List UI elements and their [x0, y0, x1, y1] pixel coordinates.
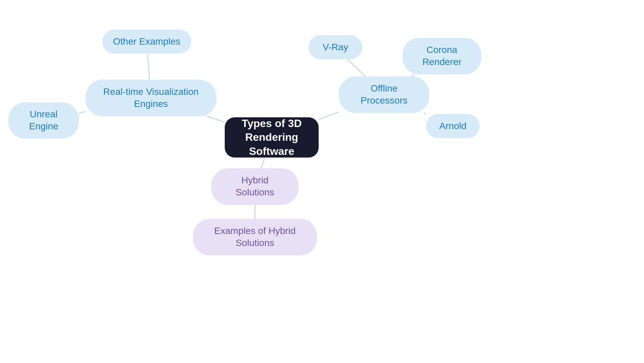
svg-line-3 [79, 112, 86, 113]
offline-label: Offline Processors [350, 82, 419, 107]
arnold-node: Arnold [426, 114, 480, 138]
unreal-label: Unreal Engine [19, 108, 68, 133]
realtime-node: Real-time Visualization Engines [86, 80, 216, 116]
svg-line-1 [319, 112, 339, 120]
hybrid-examples-label: Examples of Hybrid Solutions [204, 225, 306, 249]
svg-line-6 [424, 113, 426, 114]
hybrid-examples-node: Examples of Hybrid Solutions [193, 219, 317, 255]
svg-line-4 [348, 59, 365, 76]
corona-label: Corona Renderer [413, 44, 471, 68]
arnold-label: Arnold [439, 120, 467, 132]
other-examples-label: Other Examples [113, 36, 180, 48]
realtime-label: Real-time Visualization Engines [96, 86, 206, 110]
svg-line-7 [261, 158, 265, 168]
vray-label: V-Ray [323, 41, 348, 53]
corona-node: Corona Renderer [402, 38, 481, 74]
vray-node: V-Ray [309, 35, 362, 59]
svg-line-2 [148, 54, 150, 80]
center-node: Types of 3D Rendering Software [225, 117, 319, 158]
hybrid-node: Hybrid Solutions [211, 168, 299, 205]
offline-node: Offline Processors [339, 76, 429, 113]
center-label: Types of 3D Rendering Software [235, 117, 308, 159]
unreal-node: Unreal Engine [8, 102, 79, 139]
svg-line-0 [207, 116, 225, 122]
hybrid-label: Hybrid Solutions [222, 174, 288, 199]
other-examples-node: Other Examples [102, 29, 191, 54]
